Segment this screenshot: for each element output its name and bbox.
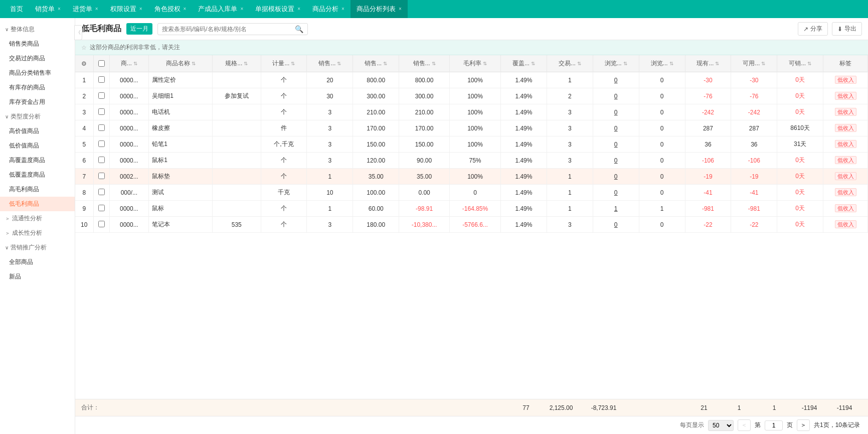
row-views1[interactable]: 1	[593, 201, 639, 217]
th-transactions[interactable]: 交易...⇅	[547, 55, 593, 72]
time-tag-button[interactable]: 近一月	[126, 23, 152, 35]
prev-page-button[interactable]: ＜	[738, 419, 751, 431]
th-available-stock[interactable]: 可用...⇅	[731, 55, 777, 72]
page-size-select[interactable]: 50 100 200	[708, 420, 734, 431]
views1-link[interactable]: 0	[614, 173, 618, 180]
row-views1[interactable]: 0	[593, 88, 639, 104]
row-views1[interactable]: 0	[593, 72, 639, 88]
sidebar-item-traded-products[interactable]: 交易过的商品	[0, 51, 75, 66]
sidebar-group-value-analysis[interactable]: ∨ 类型度分析	[0, 109, 75, 124]
row-views1[interactable]: 0	[593, 169, 639, 185]
page-number-input[interactable]	[765, 420, 783, 430]
th-tag[interactable]: 标签	[823, 55, 868, 72]
search-input[interactable]	[162, 26, 295, 33]
row-name[interactable]: 电话机	[149, 104, 213, 120]
row-checkbox[interactable]	[98, 189, 105, 195]
views1-link[interactable]: 0	[614, 77, 618, 84]
sidebar-item-category-sales[interactable]: 商品分类销售率	[0, 66, 75, 80]
th-gross-rate[interactable]: 毛利率⇅	[450, 55, 501, 72]
sidebar-item-low-coverage[interactable]: 低覆盖度商品	[0, 168, 75, 182]
row-views1[interactable]: 0	[593, 153, 639, 169]
sidebar-item-high-value[interactable]: 高价值商品	[0, 124, 75, 138]
th-checkbox[interactable]	[93, 55, 109, 72]
row-checkbox[interactable]	[98, 205, 105, 211]
row-checkbox[interactable]	[98, 124, 105, 131]
th-spec[interactable]: 规格...⇅	[212, 55, 261, 72]
views1-link[interactable]: 1	[614, 205, 618, 212]
sidebar-item-low-value[interactable]: 低价值商品	[0, 138, 75, 153]
nav-roles[interactable]: 角色授权 ×	[148, 0, 193, 18]
row-checkbox[interactable]	[98, 76, 105, 83]
th-views1[interactable]: 浏览...⇅	[593, 55, 639, 72]
row-checkbox[interactable]	[98, 157, 105, 163]
row-checkbox[interactable]	[98, 108, 105, 115]
views1-link[interactable]: 0	[614, 109, 618, 116]
views1-link[interactable]: 0	[614, 125, 618, 132]
sidebar-group-overview[interactable]: ∨ 整体信息	[0, 22, 75, 37]
nav-permissions[interactable]: 权限设置 ×	[104, 0, 148, 18]
nav-purchase[interactable]: 进货单 ×	[67, 0, 104, 18]
row-views1[interactable]: 0	[593, 120, 639, 136]
row-name[interactable]: 橡皮擦	[149, 120, 213, 136]
sidebar-group-flow[interactable]: ＞ 流通性分析	[0, 211, 75, 226]
row-views1[interactable]: 0	[593, 136, 639, 153]
sidebar-item-sales-products[interactable]: 销售类商品	[0, 37, 75, 51]
row-views1[interactable]: 0	[593, 104, 639, 120]
th-sales-qty[interactable]: 销售...⇅	[307, 55, 353, 72]
sidebar-group-marketing[interactable]: ∨ 营销推广分析	[0, 240, 75, 255]
views1-link[interactable]: 0	[614, 221, 618, 228]
row-name[interactable]: 铅笔1	[149, 136, 213, 153]
row-views1[interactable]: 0	[593, 185, 639, 201]
sidebar-item-new-products[interactable]: 新品	[0, 269, 75, 284]
select-all-checkbox[interactable]	[98, 60, 105, 67]
th-sales-amount[interactable]: 销售...⇅	[353, 55, 399, 72]
views1-link[interactable]: 0	[614, 93, 618, 100]
th-current-stock[interactable]: 现有...⇅	[685, 55, 731, 72]
nav-purchase-close[interactable]: ×	[95, 0, 98, 18]
row-name[interactable]: 笔记本	[149, 217, 213, 233]
sidebar-item-high-coverage[interactable]: 高覆盖度商品	[0, 153, 75, 168]
nav-analysis-close[interactable]: ×	[341, 0, 344, 18]
sidebar-item-all-products[interactable]: 全部商品	[0, 255, 75, 269]
row-checkbox[interactable]	[98, 173, 105, 179]
row-name[interactable]: 属性定价	[149, 72, 213, 88]
nav-products-close[interactable]: ×	[240, 0, 243, 18]
row-name[interactable]: 鼠标	[149, 201, 213, 217]
row-name[interactable]: 鼠标1	[149, 153, 213, 169]
row-checkbox[interactable]	[98, 92, 105, 99]
th-views2[interactable]: 浏览...⇅	[639, 55, 685, 72]
row-views1[interactable]: 0	[593, 217, 639, 233]
nav-sales-close[interactable]: ×	[58, 0, 61, 18]
row-checkbox[interactable]	[98, 140, 105, 147]
nav-permissions-close[interactable]: ×	[139, 0, 142, 18]
th-sellable[interactable]: 可销...⇅	[777, 55, 823, 72]
sidebar-group-growth[interactable]: ＞ 成长性分析	[0, 226, 75, 240]
nav-analysis-list[interactable]: 商品分析列表 ×	[351, 0, 408, 18]
th-coverage[interactable]: 覆盖...⇅	[501, 55, 547, 72]
next-page-button[interactable]: ＞	[797, 419, 810, 431]
nav-products[interactable]: 产成品入库单 ×	[192, 0, 249, 18]
th-settings[interactable]: ⚙	[75, 55, 93, 72]
sidebar-item-stocked-products[interactable]: 有库存的商品	[0, 80, 75, 95]
views1-link[interactable]: 0	[614, 141, 618, 148]
share-button[interactable]: ↗ 分享	[798, 22, 828, 36]
nav-analysis-list-close[interactable]: ×	[399, 0, 402, 18]
th-unit[interactable]: 计量...⇅	[261, 55, 307, 72]
views1-link[interactable]: 0	[614, 157, 618, 164]
export-button[interactable]: ⬇ 导出	[832, 22, 862, 36]
row-name[interactable]: 测试	[149, 185, 213, 201]
nav-templates[interactable]: 单据模板设置 ×	[249, 0, 306, 18]
row-checkbox[interactable]	[98, 221, 105, 227]
row-name[interactable]: 鼠标垫	[149, 169, 213, 185]
th-sales-profit[interactable]: 销售...⇅	[399, 55, 450, 72]
sidebar-item-high-profit[interactable]: 高毛利商品	[0, 182, 75, 197]
nav-sales[interactable]: 销货单 ×	[29, 0, 67, 18]
nav-analysis[interactable]: 商品分析 ×	[306, 0, 351, 18]
th-code[interactable]: 商...⇅	[109, 55, 149, 72]
nav-templates-close[interactable]: ×	[297, 0, 300, 18]
sidebar-item-capital[interactable]: 库存资金占用	[0, 95, 75, 109]
sidebar-item-low-profit[interactable]: 低毛利商品	[0, 197, 75, 211]
views1-link[interactable]: 0	[614, 189, 618, 196]
th-name[interactable]: 商品名称⇅	[149, 55, 213, 72]
nav-home[interactable]: 首页	[4, 0, 29, 18]
